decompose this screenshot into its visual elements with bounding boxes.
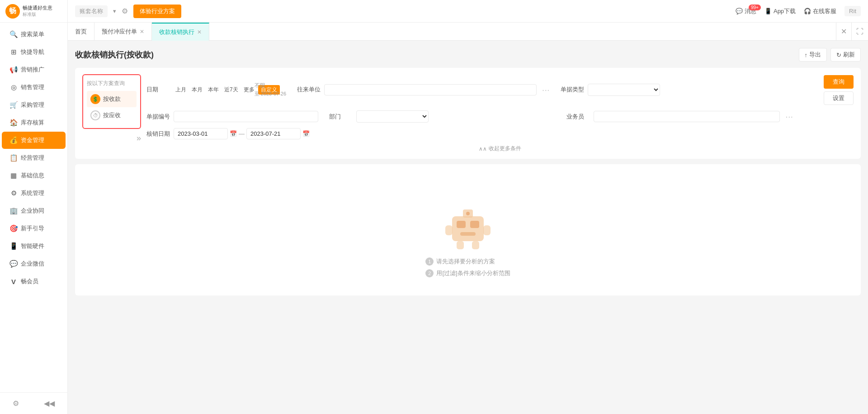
verify-date-start-input[interactable] [174,128,228,139]
collapse-more-conditions[interactable]: ∧∧ 收起更多条件 [146,145,854,152]
sidebar: 畅 畅捷通好生意 标准版 🔍 搜索菜单 ⊞ 快捷导航 📢 营销推广 ◎ 销售管理… [0,0,68,414]
svg-rect-7 [483,225,491,235]
bill-type-label: 单据类型 [561,86,584,94]
tab-prepay[interactable]: 预付冲应付单 ✕ [94,23,152,41]
sidebar-item-wechat[interactable]: 💬 企业微信 [2,255,66,272]
sidebar-item-search-label: 搜索菜单 [21,30,44,38]
dept-select[interactable] [356,110,429,123]
search-icon: 🔍 [9,30,18,38]
online-service-button[interactable]: 🎧 在线客服 [804,7,836,15]
verify-date-start-cal-icon[interactable]: 📅 [230,130,237,137]
export-button[interactable]: ↑ 导出 [799,48,827,62]
counterpart-more-icon[interactable]: ··· [542,85,550,95]
close-tab-icon[interactable]: ✕ [836,23,851,41]
export-icon: ↑ [805,52,808,58]
industry-solution-button[interactable]: 体验行业方案 [133,5,181,18]
svg-rect-3 [460,232,476,236]
sidebar-nav: 🔍 搜索菜单 ⊞ 快捷导航 📢 营销推广 ◎ 销售管理 🛒 采购管理 🏠 库存核… [0,23,67,392]
empty-tip-2: 2 用[过滤]条件来缩小分析范围 [425,269,510,277]
topbar: 账套名称 ▾ ⚙ 体验行业方案 💬 消息 99+ 📱 App下载 🎧 在线客服 … [68,0,868,23]
sidebar-item-operation[interactable]: 📋 经营管理 [2,149,66,167]
page-title: 收款核销执行(按收款) [75,49,154,60]
last-month-btn[interactable]: 上月 [174,85,188,95]
sidebar-item-guide[interactable]: 🎯 新手引导 [2,220,66,237]
filter-option-receipt[interactable]: 💲 按收款 [87,91,137,107]
last-7-days-btn[interactable]: 近7天 [222,85,240,95]
verify-date-end-cal-icon[interactable]: 📅 [302,130,310,137]
sidebar-item-purchase-label: 采购管理 [21,101,44,109]
sidebar-item-search[interactable]: 🔍 搜索菜单 [2,26,66,43]
svg-rect-0 [452,216,484,241]
counterpart-input[interactable] [324,84,537,95]
phone-icon: 📱 [764,8,772,14]
salesman-more-icon[interactable]: ··· [785,111,793,122]
sidebar-item-purchase[interactable]: 🛒 采购管理 [2,96,66,114]
sidebar-item-basic[interactable]: ▦ 基础信息 [2,167,66,184]
sidebar-item-basic-label: 基础信息 [21,171,44,180]
bill-no-input[interactable] [174,111,318,122]
filter-area: 按以下方案查询 💲 按收款 ⏱ 按应收 » 日期 [75,68,861,159]
sidebar-item-marketing[interactable]: 📢 营销推广 [2,61,66,78]
payable-option-label: 按应收 [103,111,121,119]
sidebar-item-sales[interactable]: ◎ 销售管理 [2,79,66,96]
app-download-button[interactable]: 📱 App下载 [764,7,796,15]
tab-receipt[interactable]: 收款核销执行 ✕ [152,23,209,41]
tip-num-1: 1 [425,257,434,266]
sidebar-item-quick[interactable]: ⊞ 快捷导航 [2,43,66,61]
message-badge: 99+ [749,5,761,10]
receipt-option-label: 按收款 [103,95,121,103]
salesman-input[interactable] [594,111,780,122]
message-button[interactable]: 💬 消息 99+ [736,7,756,15]
page-header: 收款核销执行(按收款) ↑ 导出 ↻ 刷新 [75,48,861,62]
bill-type-select[interactable] [588,84,660,96]
sidebar-item-inventory[interactable]: 🏠 库存核算 [2,114,66,131]
collapse-sidebar-icon[interactable]: ◀◀ [40,397,58,409]
sales-icon: ◎ [9,83,18,91]
filter-option-payable[interactable]: ⏱ 按应收 [87,107,137,124]
content-area: 1 请先选择要分析的方案 2 用[过滤]条件来缩小分析范围 [75,164,861,295]
settings-icon[interactable]: ⚙ [122,7,128,15]
sidebar-item-enterprise[interactable]: 🏢 企业协同 [2,202,66,219]
salesman-filter-group: 业务员 ··· [566,111,793,122]
expand-tabs-icon[interactable]: ⛶ [851,23,868,41]
tab-prepay-close-icon[interactable]: ✕ [140,29,144,35]
svg-rect-9 [472,241,479,249]
quick-icon: ⊞ [9,48,18,56]
sidebar-item-hardware[interactable]: 📱 智能硬件 [2,238,66,255]
user-name: Rit [844,6,861,16]
sidebar-item-system-label: 系统管理 [21,189,44,197]
main-area: 账套名称 ▾ ⚙ 体验行业方案 💬 消息 99+ 📱 App下载 🎧 在线客服 … [68,0,868,414]
verify-date-separator: — [239,130,245,137]
counterpart-label: 往来单位 [297,86,321,94]
sidebar-bottom: ⚙ ◀◀ [0,392,67,414]
collapse-arrow-icon: ∧∧ [479,146,487,152]
account-dropdown-icon[interactable]: ▾ [113,8,116,14]
bill-type-filter-group: 单据类型 ··· [561,84,813,96]
export-label: 导出 [809,51,821,59]
verify-date-end-input[interactable] [246,128,301,139]
bill-no-filter-group: 单据编号 [146,111,318,122]
this-month-btn[interactable]: 本月 [190,85,204,95]
refresh-button[interactable]: ↻ 刷新 [830,48,861,62]
page-content: 收款核销执行(按收款) ↑ 导出 ↻ 刷新 按以下方案查询 💲 [68,41,868,414]
collapse-label: 收起更多条件 [489,145,521,152]
dept-label: 部门 [329,113,353,121]
this-year-btn[interactable]: 本年 [206,85,221,95]
sidebar-item-finance[interactable]: 💰 资金管理 [2,132,66,149]
settings-bottom-icon[interactable]: ⚙ [9,397,23,409]
query-button[interactable]: 查询 [824,75,854,89]
tab-receipt-close-icon[interactable]: ✕ [197,29,202,35]
svg-rect-2 [470,221,479,228]
inventory-icon: 🏠 [9,119,18,127]
payable-option-icon: ⏱ [90,110,100,120]
sidebar-item-system[interactable]: ⚙ 系统管理 [2,185,66,202]
filter-row-3: 核销日期 📅 — 📅 [146,128,854,139]
svg-point-5 [466,212,470,215]
svg-rect-6 [445,225,453,235]
tab-home[interactable]: 首页 [68,23,94,41]
setting-button[interactable]: 设置 [824,91,854,105]
filter-sidebar-collapse-icon[interactable]: » [82,133,141,143]
sidebar-item-quick-label: 快捷导航 [21,48,44,56]
date-no-limit: 不限 [255,82,265,90]
sidebar-item-member[interactable]: V 畅会员 [2,273,66,290]
